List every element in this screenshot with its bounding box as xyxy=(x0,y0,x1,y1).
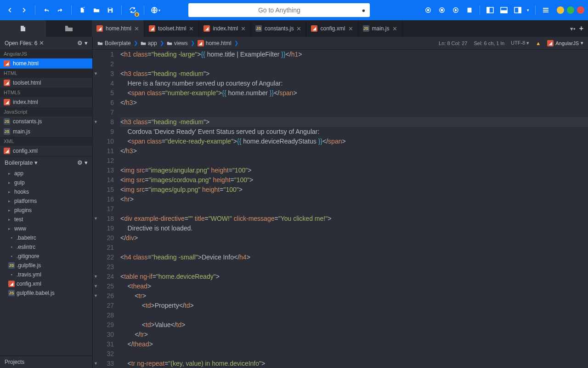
line-number[interactable]: 10 xyxy=(93,137,114,146)
sync-button[interactable]: 0 xyxy=(126,4,139,17)
save-button[interactable] xyxy=(104,4,117,17)
code-line[interactable]: <td>Property</td> xyxy=(120,301,588,310)
file-tab[interactable]: ◢config.xml✕ xyxy=(306,20,358,37)
left-panel-toggle[interactable] xyxy=(484,4,497,17)
code-line[interactable]: <span class="number-example">{{ home.num… xyxy=(120,88,588,98)
save-macro-button[interactable] xyxy=(463,4,476,17)
breadcrumb-segment[interactable]: Boilerplate xyxy=(97,40,131,46)
file-item[interactable]: ◢config.xml xyxy=(0,279,92,288)
code-line[interactable]: </h3> xyxy=(120,146,588,156)
line-number[interactable]: 5 xyxy=(93,88,114,98)
panel-dropdown[interactable]: ▾ xyxy=(525,4,531,17)
code-line[interactable] xyxy=(120,262,588,272)
code-line[interactable] xyxy=(120,243,588,253)
close-tab-icon[interactable]: ✕ xyxy=(296,25,301,32)
code-line[interactable]: <span class="device-ready-example">{{ ho… xyxy=(120,137,588,146)
open-file-button[interactable] xyxy=(90,4,103,17)
tab-list-button[interactable]: ▾▪ xyxy=(570,25,576,32)
line-number[interactable]: 17 xyxy=(93,204,114,214)
folder-item[interactable]: app xyxy=(0,169,92,178)
folder-item[interactable]: plugins xyxy=(0,206,92,215)
browser-preview-button[interactable]: ▾ xyxy=(149,4,162,17)
close-tab-icon[interactable]: ✕ xyxy=(189,25,194,32)
cursor-position[interactable]: Ln: 8 Col: 27 xyxy=(439,40,467,46)
line-number[interactable]: 21 xyxy=(93,243,114,253)
redo-button[interactable] xyxy=(54,4,67,17)
forward-button[interactable] xyxy=(17,4,30,17)
line-number[interactable]: 20 xyxy=(93,233,114,243)
warning-icon[interactable]: ▲ xyxy=(536,40,541,46)
places-tab[interactable] xyxy=(0,20,46,37)
close-tab-icon[interactable]: ✕ xyxy=(134,25,139,32)
maximize-window-button[interactable] xyxy=(567,6,574,14)
record-macro-button[interactable] xyxy=(422,4,435,17)
line-number[interactable]: 11 xyxy=(93,146,114,156)
code-line[interactable]: <h1 class="heading -large">{{ home.title… xyxy=(120,50,588,59)
new-file-button[interactable] xyxy=(76,4,89,17)
code-line[interactable]: </tr> xyxy=(120,330,588,339)
line-number[interactable]: 19 xyxy=(93,224,114,233)
open-file-item[interactable]: ◢toolset.html xyxy=(0,78,92,88)
file-item[interactable]: ▪.travis.yml xyxy=(0,270,92,279)
file-tab[interactable]: ◢home.html✕ xyxy=(92,20,144,37)
code-line[interactable]: <thead> xyxy=(120,282,588,291)
project-name[interactable]: Boilerplate ▾ xyxy=(5,159,38,166)
code-line[interactable]: Here is a fancy number served up courtes… xyxy=(120,79,588,88)
folder-item[interactable]: www xyxy=(0,224,92,233)
breadcrumb-segment[interactable]: ◢home.html xyxy=(198,40,232,46)
code-line[interactable] xyxy=(120,310,588,320)
file-tab[interactable]: ◢index.html✕ xyxy=(199,20,251,37)
code-line[interactable]: <tr ng-repeat="(key, value) in home.devi… xyxy=(120,359,588,368)
play-macro-button[interactable] xyxy=(449,4,462,17)
file-tab[interactable]: JSconstants.js✕ xyxy=(251,20,306,37)
line-number[interactable]: 27 xyxy=(93,301,114,310)
line-number[interactable]: 4 xyxy=(93,79,114,88)
code-editor[interactable]: 12▼34567▼891011121314151617▼181920212223… xyxy=(93,50,588,368)
breadcrumb-segment[interactable]: views xyxy=(167,40,188,46)
file-item[interactable]: ▪.eslintrc xyxy=(0,242,92,252)
close-window-button[interactable] xyxy=(577,6,584,14)
breadcrumb-segment[interactable]: app xyxy=(141,40,157,46)
code-line[interactable] xyxy=(120,59,588,69)
code-line[interactable] xyxy=(120,349,588,359)
fold-icon[interactable]: ▼ xyxy=(94,282,98,291)
code-line[interactable]: <img src="images/angular.png" height="10… xyxy=(120,166,588,175)
line-number[interactable]: 2 xyxy=(93,59,114,69)
line-number[interactable]: 1 xyxy=(93,50,114,59)
open-file-item[interactable]: ◢home.html xyxy=(0,58,92,69)
file-item[interactable]: ▪.babelrc xyxy=(0,233,92,242)
search-input[interactable] xyxy=(194,6,364,14)
code-line[interactable]: <tr> xyxy=(120,291,588,301)
line-number[interactable]: 9 xyxy=(93,127,114,137)
fold-icon[interactable]: ▼ xyxy=(94,272,98,282)
code-line[interactable]: Cordova 'Device Ready' Event Status serv… xyxy=(120,127,588,137)
line-number[interactable]: 23 xyxy=(93,262,114,272)
fold-icon[interactable]: ▼ xyxy=(94,214,98,224)
back-button[interactable] xyxy=(4,4,17,17)
file-tab[interactable]: ◢toolset.html✕ xyxy=(144,20,199,37)
go-to-anything-search[interactable]: ● xyxy=(188,3,370,17)
line-number[interactable]: 12 xyxy=(93,156,114,166)
code-line[interactable]: <img src="images/cordova.png" height="10… xyxy=(120,175,588,185)
close-open-files-icon[interactable]: ✕ xyxy=(39,40,44,46)
menu-button[interactable] xyxy=(539,4,552,17)
code-line[interactable]: <img src="images/gulp.png" height="100"> xyxy=(120,185,588,195)
fold-icon[interactable]: ▼ xyxy=(94,69,98,79)
project-settings-icon[interactable]: ⚙ ▾ xyxy=(77,159,88,166)
new-tab-button[interactable]: + xyxy=(579,24,583,33)
close-tab-icon[interactable]: ✕ xyxy=(241,25,246,32)
open-file-item[interactable]: JSconstants.js xyxy=(0,116,92,126)
line-number[interactable]: 22 xyxy=(93,253,114,262)
code-line[interactable]: </div> xyxy=(120,233,588,243)
minimize-window-button[interactable] xyxy=(557,6,564,14)
line-number[interactable]: 16 xyxy=(93,195,114,204)
stop-macro-button[interactable] xyxy=(435,4,448,17)
line-number[interactable]: ▼3 xyxy=(93,69,114,79)
line-number[interactable]: ▼18 xyxy=(93,214,114,224)
line-number[interactable]: 15 xyxy=(93,185,114,195)
line-number[interactable]: 28 xyxy=(93,310,114,320)
bottom-panel-toggle[interactable] xyxy=(498,4,510,17)
fold-icon[interactable]: ▼ xyxy=(94,291,98,301)
open-file-item[interactable]: ◢index.html xyxy=(0,97,92,107)
code-line[interactable]: <div example-directive="" title="WOW!" c… xyxy=(120,214,588,224)
